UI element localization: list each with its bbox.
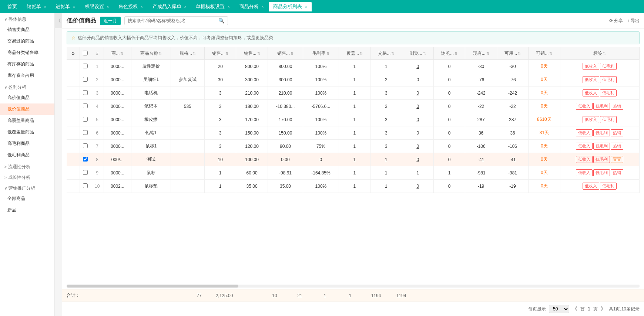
th-tags[interactable]: 标签⇅	[560, 47, 639, 60]
select-all-checkbox[interactable]	[83, 51, 88, 55]
scrollbar-thumb[interactable]	[67, 285, 238, 288]
close-icon[interactable]: ×	[44, 5, 46, 9]
sidebar-item-sales-products[interactable]: 销售类商品	[0, 24, 54, 35]
nav-product-analysis[interactable]: 商品分析 ×	[235, 2, 268, 11]
sidebar-group-marketing[interactable]: ∨ 营销推广分析	[0, 182, 54, 193]
cell-browse1[interactable]: 1	[402, 166, 433, 180]
cell-checkbox[interactable]	[80, 153, 91, 166]
sidebar-item-low-coverage[interactable]: 低覆盖量商品	[0, 126, 54, 138]
row-checkbox[interactable]	[83, 117, 88, 122]
sidebar-item-high-coverage[interactable]: 高覆盖量商品	[0, 115, 54, 126]
nav-purchase[interactable]: 进货单 ×	[51, 2, 79, 11]
close-icon[interactable]: ×	[305, 5, 307, 9]
cell-available: -19	[497, 180, 528, 193]
cell-tags: 低收入低毛利	[560, 86, 639, 100]
nav-home[interactable]: 首页	[3, 2, 21, 11]
th-spec[interactable]: 规格...⇅	[171, 47, 204, 60]
close-icon[interactable]: ×	[184, 5, 187, 9]
sidebar-item-traded-products[interactable]: 交易过的商品	[0, 35, 54, 47]
sidebar-item-all-products[interactable]: 全部商品	[0, 193, 54, 204]
th-name[interactable]: 商品名称⇅	[131, 47, 171, 60]
sidebar-item-low-value[interactable]: 低价值商品	[0, 103, 54, 115]
cell-checkbox[interactable]	[80, 73, 91, 86]
close-icon[interactable]: ×	[261, 5, 264, 9]
export-button[interactable]: ↑ 导出	[627, 18, 640, 24]
sidebar-group-overall[interactable]: ∨ 整体信息	[0, 13, 54, 24]
cell-checkbox[interactable]	[80, 140, 91, 153]
table-row: 5 0000... 橡皮擦 3 170.00 170.00 100% 1 3 0…	[67, 113, 640, 126]
row-checkbox[interactable]	[83, 157, 88, 162]
close-icon[interactable]: ×	[107, 5, 109, 9]
th-gross-rate[interactable]: 毛利率⇅	[303, 47, 339, 60]
sidebar-collapse-button[interactable]: 《	[55, 13, 62, 28]
share-button[interactable]: ⟳ 分享	[609, 18, 623, 24]
close-icon[interactable]: ×	[228, 5, 230, 9]
th-sales-amt[interactable]: 销售...⇅	[236, 47, 268, 60]
th-sales-qty[interactable]: 销售...⇅	[204, 47, 236, 60]
nav-role[interactable]: 角色授权 ×	[114, 2, 147, 11]
sidebar-group-profit[interactable]: ∨ 盈利分析	[0, 81, 54, 92]
table-row: 10 0002... 鼠标垫 1 35.00 35.00 100% 1 1 0 …	[67, 180, 640, 193]
th-coverage[interactable]: 覆盖...⇅	[339, 47, 370, 60]
first-page-button[interactable]: 《	[572, 306, 577, 312]
sidebar-item-capital-usage[interactable]: 库存资金占用	[0, 70, 54, 81]
cell-checkbox[interactable]	[80, 100, 91, 113]
total-records: 共1页,10条记录	[609, 306, 640, 312]
sidebar-item-stocked-products[interactable]: 有库存的商品	[0, 58, 54, 70]
cell-checkbox[interactable]	[80, 113, 91, 126]
th-browse1[interactable]: 浏览...⇅	[402, 47, 433, 60]
nav-template[interactable]: 单据模板设置 ×	[191, 2, 234, 11]
next-page-button[interactable]: 》	[601, 306, 606, 312]
close-icon[interactable]: ×	[73, 5, 75, 9]
nav-product-analysis-list[interactable]: 商品分析列表 ×	[269, 2, 311, 11]
close-icon[interactable]: ×	[141, 5, 143, 9]
sidebar-item-new-products[interactable]: 新品	[0, 204, 54, 216]
sidebar-item-low-margin[interactable]: 低毛利商品	[0, 149, 54, 161]
row-checkbox[interactable]	[83, 170, 88, 175]
th-available[interactable]: 可用...⇅	[497, 47, 528, 60]
search-icon[interactable]: 🔍	[218, 18, 225, 24]
row-checkbox[interactable]	[83, 77, 88, 82]
cell-gross-rate: 100%	[303, 60, 339, 73]
row-checkbox[interactable]	[83, 64, 88, 68]
sidebar-item-category-rate[interactable]: 商品分类销售率	[0, 47, 54, 58]
cell-saleable: 0天	[529, 86, 560, 100]
filter-period-button[interactable]: 近一月	[100, 17, 121, 25]
th-saleable[interactable]: 可销...⇅	[529, 47, 560, 60]
cell-checkbox[interactable]	[80, 60, 91, 73]
th-settings[interactable]: ⚙	[67, 47, 80, 60]
sidebar-group-flow[interactable]: > 流通性分析	[0, 161, 54, 171]
th-stock[interactable]: 现有...⇅	[465, 47, 497, 60]
nav-sales[interactable]: 销货单 ×	[22, 2, 50, 11]
row-checkbox[interactable]	[83, 183, 88, 188]
chevron-down-icon: ∨	[4, 186, 7, 190]
page-size-select[interactable]: 50 100 200	[549, 305, 569, 313]
top-navigation: 首页 销货单 × 进货单 × 权限设置 × 角色授权 × 产成品入库单 × 单据…	[0, 0, 644, 13]
cell-sales-qty: 3	[204, 126, 236, 140]
row-checkbox[interactable]	[83, 90, 88, 95]
cell-settings	[67, 100, 80, 113]
cell-checkbox[interactable]	[80, 126, 91, 140]
th-browse2[interactable]: 浏览...⇅	[433, 47, 465, 60]
search-input[interactable]	[128, 18, 217, 23]
row-checkbox[interactable]	[83, 143, 88, 148]
info-banner: ☆ 这部分商品的销售收入大幅低于商品平均销售收入，价值不高，可考虑调整营销策略，…	[67, 31, 640, 44]
sidebar-item-high-margin[interactable]: 高毛利商品	[0, 138, 54, 149]
row-checkbox[interactable]	[83, 130, 88, 135]
th-sales-avg[interactable]: 销售...⇅	[268, 47, 303, 60]
cell-sales-amt: 35.00	[236, 180, 268, 193]
row-checkbox[interactable]	[83, 103, 88, 108]
th-trade[interactable]: 交易...⇅	[370, 47, 402, 60]
sidebar-group-growth[interactable]: > 成长性分析	[0, 171, 54, 182]
nav-product-stock[interactable]: 产成品入库单 ×	[148, 2, 191, 11]
cell-num: 8	[91, 153, 104, 166]
th-checkbox[interactable]	[80, 47, 91, 60]
sidebar-item-high-value[interactable]: 高价值商品	[0, 92, 54, 103]
table-row: 6 0000... 铅笔1 3 150.00 150.00 100% 1 3 0…	[67, 126, 640, 140]
th-code[interactable]: 商...⇅	[104, 47, 131, 60]
cell-checkbox[interactable]	[80, 180, 91, 193]
cell-checkbox[interactable]	[80, 86, 91, 100]
horizontal-scrollbar[interactable]	[67, 285, 640, 288]
cell-checkbox[interactable]	[80, 166, 91, 180]
nav-permission[interactable]: 权限设置 ×	[80, 2, 113, 11]
